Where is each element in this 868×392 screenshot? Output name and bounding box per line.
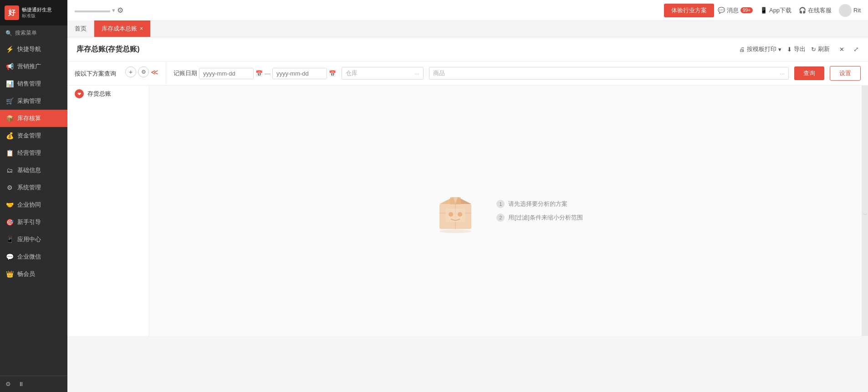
sidebar-item-member[interactable]: 👑 畅会员: [0, 265, 67, 283]
print-template-btn[interactable]: 🖨 按模板打印 ▾: [739, 45, 781, 53]
operations-icon: 📋: [5, 149, 14, 157]
sidebar-item-enterprise[interactable]: 🤝 企业协同: [0, 196, 67, 214]
sidebar-item-sales[interactable]: 📊 销售管理: [0, 75, 67, 92]
message-badge: 99+: [740, 7, 753, 13]
sidebar-item-operations[interactable]: 📋 经营管理: [0, 144, 67, 162]
sales-icon: 📊: [5, 80, 14, 87]
settings-btn[interactable]: 设置: [830, 66, 861, 81]
breadcrumb: ▬▬▬▬▬▬ ▾: [75, 7, 115, 14]
topbar-nav: ▬▬▬▬▬▬ ▾ ⚙: [75, 6, 660, 15]
goods-more-icon: ···: [780, 70, 785, 77]
expand-icon[interactable]: ⤢: [853, 46, 859, 53]
online-service-btn[interactable]: 🎧 在线客服: [799, 6, 832, 15]
empty-tip-1: 1 请先选择要分析的方案: [496, 200, 582, 208]
sidebar-item-newbie[interactable]: 🎯 新手引导: [0, 214, 67, 231]
sidebar-item-label: 销售管理: [17, 80, 41, 88]
empty-illustration: [428, 188, 483, 234]
breadcrumb-text: ▬▬▬▬▬▬: [75, 7, 110, 14]
sidebar-item-marketing[interactable]: 📢 营销推广: [0, 58, 67, 75]
sidebar-item-wechat[interactable]: 💬 企业微信: [0, 248, 67, 265]
collapse-filter-btn[interactable]: ≪: [151, 66, 158, 77]
app-download-btn[interactable]: 📱 App下载: [760, 6, 791, 15]
warehouse-more-icon: ···: [414, 70, 419, 77]
export-btn[interactable]: ⬇ 导出: [787, 45, 806, 53]
newbie-icon: 🎯: [5, 219, 14, 226]
scheme-list: ❤ 存货总账: [67, 86, 149, 336]
avatar-img: [839, 4, 852, 17]
app-download-label: App下载: [769, 6, 791, 15]
sidebar-item-funds[interactable]: 💰 资金管理: [0, 127, 67, 144]
sidebar-item-label: 库存核算: [17, 114, 41, 122]
query-btn[interactable]: 查询: [794, 66, 824, 80]
page-header: 库存总账(存货总账) 🖨 按模板打印 ▾ ⬇ 导出 ↻ 刷新 ✕ ⤢: [67, 37, 868, 61]
user-name: Rit: [853, 7, 861, 14]
refresh-btn[interactable]: ↻ 刷新: [811, 45, 830, 53]
content-area: ❤ 存货总账: [67, 86, 868, 336]
breadcrumb-chevron[interactable]: ▾: [112, 7, 115, 14]
sidebar-item-inventory[interactable]: 📦 库存核算: [0, 110, 67, 127]
sidebar-item-quick-nav[interactable]: ⚡ 快捷导航: [0, 41, 67, 58]
goods-select[interactable]: 商品 ···: [429, 67, 789, 80]
sidebar-settings-icon[interactable]: ⚙: [5, 381, 11, 387]
sidebar: 好 畅捷通好生意 标准版 🔍 搜索菜单 ⚡ 快捷导航 📢 营销推广 📊 销售管理…: [0, 0, 67, 392]
industry-btn[interactable]: 体验行业方案: [664, 4, 714, 17]
marketing-icon: 📢: [5, 63, 14, 70]
sidebar-item-label: 营销推广: [17, 62, 41, 71]
messages-btn[interactable]: 💬 消息 99+: [718, 6, 753, 15]
wechat-icon: 💬: [5, 253, 14, 260]
filter-label: 按以下方案查询: [75, 66, 116, 78]
tab-inventory-ledger[interactable]: 库存成本总账 ×: [94, 20, 151, 37]
tip-num-2: 2: [496, 214, 505, 222]
quick-nav-icon: ⚡: [5, 46, 14, 53]
main-area: ▬▬▬▬▬▬ ▾ ⚙ 体验行业方案 💬 消息 99+ 📱 App下载 🎧 在线客…: [67, 0, 868, 392]
logo-icon: 好: [5, 5, 19, 20]
add-scheme-btn[interactable]: +: [125, 66, 136, 77]
app-logo: 好 畅捷通好生意 标准版: [0, 0, 67, 25]
basic-icon: 🗂: [5, 167, 14, 174]
sidebar-item-label: 采购管理: [17, 97, 41, 105]
close-panel-btn[interactable]: ✕: [835, 43, 848, 56]
svg-point-7: [439, 229, 471, 233]
export-icon: ⬇: [787, 46, 792, 53]
sidebar-item-basic[interactable]: 🗂 基础信息: [0, 162, 67, 179]
empty-tips: 1 请先选择要分析的方案 2 用[过滤]条件来缩小分析范围: [496, 200, 582, 222]
tabs-bar: 首页 库存成本总账 ×: [67, 21, 868, 37]
sidebar-collapse-icon[interactable]: ⏸: [18, 381, 24, 387]
right-panel-toggle[interactable]: ﹀: [862, 86, 868, 336]
date-end-input[interactable]: [272, 68, 327, 79]
inventory-icon: 📦: [5, 115, 14, 122]
sidebar-item-appstore[interactable]: 📱 应用中心: [0, 231, 67, 248]
sidebar-item-label: 企业微信: [17, 253, 41, 261]
scheme-item-stock-ledger[interactable]: ❤ 存货总账: [67, 86, 149, 102]
tab-inventory-ledger-label: 库存成本总账: [102, 25, 137, 33]
print-chevron: ▾: [778, 46, 781, 53]
calendar-end-icon[interactable]: 📅: [329, 70, 336, 77]
sidebar-item-label: 经营管理: [17, 149, 41, 157]
tab-close-icon[interactable]: ×: [140, 25, 143, 32]
scheme-icon: ❤: [75, 89, 84, 98]
purchase-icon: 🛒: [5, 97, 14, 105]
print-label: 按模板打印: [747, 45, 776, 53]
search-menu[interactable]: 🔍 搜索菜单: [0, 25, 67, 41]
empty-state: 1 请先选择要分析的方案 2 用[过滤]条件来缩小分析范围: [428, 188, 582, 234]
app-name: 畅捷通好生意: [22, 6, 52, 13]
page-title: 库存总账(存货总账): [77, 45, 140, 54]
topbar-right: 💬 消息 99+ 📱 App下载 🎧 在线客服 Rit: [718, 4, 861, 17]
warehouse-select[interactable]: 仓库 ···: [342, 67, 424, 80]
sidebar-item-label: 企业协同: [17, 201, 41, 209]
phone-icon: 📱: [760, 7, 767, 14]
scheme-item-label: 存货总账: [87, 90, 111, 98]
empty-tip-2: 2 用[过滤]条件来缩小分析范围: [496, 214, 582, 222]
tip-text-2: 用[过滤]条件来缩小分析范围: [508, 214, 582, 222]
messages-label: 消息: [727, 6, 739, 15]
user-avatar[interactable]: Rit: [839, 4, 861, 17]
calendar-start-icon[interactable]: 📅: [255, 70, 263, 77]
topbar: ▬▬▬▬▬▬ ▾ ⚙ 体验行业方案 💬 消息 99+ 📱 App下载 🎧 在线客…: [67, 0, 868, 21]
search-menu-label: 搜索菜单: [15, 29, 37, 37]
sidebar-item-purchase[interactable]: 🛒 采购管理: [0, 92, 67, 110]
manage-scheme-btn[interactable]: ⚙: [138, 66, 149, 77]
date-start-input[interactable]: [199, 68, 254, 79]
topbar-settings-icon[interactable]: ⚙: [117, 6, 123, 15]
tab-home[interactable]: 首页: [67, 20, 94, 37]
sidebar-item-system[interactable]: ⚙ 系统管理: [0, 179, 67, 196]
